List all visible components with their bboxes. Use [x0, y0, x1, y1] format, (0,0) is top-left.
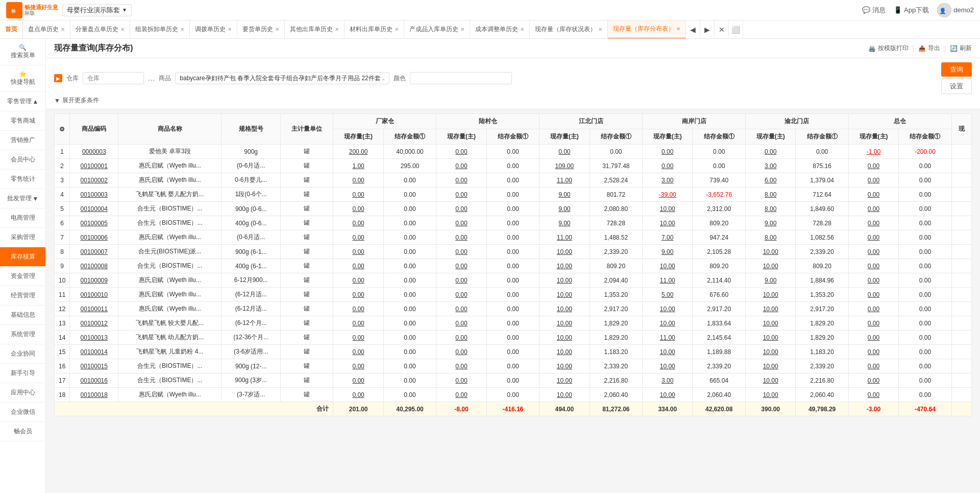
tab-close-dispatch[interactable]: ✕: [228, 27, 232, 32]
row-jiangbei-qty[interactable]: 10.00: [540, 288, 590, 302]
row-total-qty[interactable]: 0.00: [848, 359, 898, 373]
row-nanan-qty[interactable]: 3.00: [643, 173, 693, 187]
row-code[interactable]: 0000003: [70, 145, 118, 159]
tab-next-btn[interactable]: ▶: [700, 20, 715, 39]
row-nanan-qty[interactable]: -39.00: [643, 187, 693, 202]
row-nanan-qty[interactable]: 9.00: [643, 245, 693, 259]
row-nanan-qty[interactable]: 10.00: [643, 388, 693, 402]
row-total-qty[interactable]: 0.00: [848, 273, 898, 288]
row-jiangbei-qty[interactable]: 10.00: [540, 316, 590, 331]
row-jiangbei-qty[interactable]: 11.00: [540, 230, 590, 245]
sidebar-item-retail-stats[interactable]: 零售统计: [0, 170, 45, 189]
sidebar-item-nav[interactable]: ⭐ 快捷导航: [0, 65, 45, 92]
refresh-button[interactable]: 🔄 刷新: [950, 44, 972, 53]
row-yubei-qty[interactable]: 3.00: [746, 159, 796, 173]
expand-icon[interactable]: ▶: [54, 74, 62, 82]
row-code[interactable]: 00100007: [70, 245, 118, 259]
row-total-qty[interactable]: 0.00: [848, 345, 898, 359]
row-yubei-qty[interactable]: 0.00: [746, 145, 796, 159]
tab-cost-adjust[interactable]: 成本调整单历史 ✕: [470, 20, 530, 39]
row-chang-qty[interactable]: 0.00: [333, 273, 383, 288]
row-lu-qty[interactable]: 0.00: [436, 202, 486, 216]
sidebar-item-system[interactable]: 系统管理: [0, 325, 45, 344]
sidebar-item-purchase[interactable]: 采购管理: [0, 228, 45, 247]
row-jiangbei-qty[interactable]: 10.00: [540, 331, 590, 345]
row-chang-qty[interactable]: 0.00: [333, 245, 383, 259]
tab-close-all-btn[interactable]: ✕: [715, 20, 729, 39]
row-code[interactable]: 00100003: [70, 187, 118, 202]
row-lu-qty[interactable]: 0.00: [436, 216, 486, 230]
sidebar-item-retail-shop[interactable]: 零售商城: [0, 111, 45, 131]
row-total-qty[interactable]: 0.00: [848, 202, 898, 216]
row-total-qty[interactable]: 0.00: [848, 230, 898, 245]
row-chang-qty[interactable]: 0.00: [333, 288, 383, 302]
row-jiangbei-qty[interactable]: 10.00: [540, 345, 590, 359]
export-button[interactable]: 📤 导出: [918, 44, 940, 53]
warehouse-input[interactable]: [83, 72, 144, 84]
sidebar-item-operations[interactable]: 经营管理: [0, 286, 45, 306]
row-code[interactable]: 00100001: [70, 159, 118, 173]
tab-close-stock-single[interactable]: ✕: [61, 27, 65, 32]
row-chang-qty[interactable]: 200.00: [333, 145, 383, 159]
row-nanan-qty[interactable]: 0.00: [643, 159, 693, 173]
row-total-qty[interactable]: 0.00: [848, 302, 898, 316]
row-yubei-qty[interactable]: 10.00: [746, 245, 796, 259]
row-yubei-qty[interactable]: 9.00: [746, 273, 796, 288]
row-nanan-qty[interactable]: 11.00: [643, 331, 693, 345]
sidebar-item-guide[interactable]: 新手引导: [0, 364, 45, 383]
sidebar-item-inventory[interactable]: 库存核算: [0, 247, 45, 267]
row-total-qty[interactable]: 0.00: [848, 173, 898, 187]
row-yubei-qty[interactable]: 10.00: [746, 259, 796, 273]
tab-close-kit[interactable]: ✕: [180, 27, 184, 32]
row-nanan-qty[interactable]: 10.00: [643, 359, 693, 373]
tab-stock-status[interactable]: 现存量（库存状况表） ✕: [530, 20, 608, 39]
tab-close-stock-sub[interactable]: ✕: [120, 27, 125, 32]
tab-other-out[interactable]: 其他出库单历史 ✕: [285, 20, 345, 39]
row-chang-qty[interactable]: 0.00: [333, 216, 383, 230]
sidebar-item-marketing[interactable]: 营销推广: [0, 131, 45, 150]
sidebar-item-member[interactable]: 会员中心: [0, 150, 45, 170]
row-code[interactable]: 00100013: [70, 331, 118, 345]
row-jiangbei-qty[interactable]: 10.00: [540, 302, 590, 316]
tab-stock-sub[interactable]: 分量盘点单历史 ✕: [70, 20, 130, 39]
tab-home[interactable]: 首页: [0, 20, 23, 39]
tab-expand-btn[interactable]: ⬜: [729, 20, 743, 39]
row-yubei-qty[interactable]: 10.00: [746, 345, 796, 359]
row-yubei-qty[interactable]: 10.00: [746, 331, 796, 345]
sidebar-item-basic-info[interactable]: 基础信息: [0, 306, 45, 325]
row-jiangbei-qty[interactable]: 10.00: [540, 259, 590, 273]
row-yubei-qty[interactable]: 8.00: [746, 230, 796, 245]
row-total-qty[interactable]: 0.00: [848, 331, 898, 345]
row-nanan-qty[interactable]: 0.00: [643, 145, 693, 159]
row-total-qty[interactable]: 0.00: [848, 245, 898, 259]
row-total-qty[interactable]: 0.00: [848, 216, 898, 230]
row-chang-qty[interactable]: 0.00: [333, 316, 383, 331]
row-yubei-qty[interactable]: 8.00: [746, 202, 796, 216]
sidebar-item-member2[interactable]: 畅会员: [0, 422, 45, 441]
row-total-qty[interactable]: 0.00: [848, 373, 898, 388]
row-chang-qty[interactable]: 0.00: [333, 302, 383, 316]
row-lu-qty[interactable]: 0.00: [436, 302, 486, 316]
tab-material-out[interactable]: 材料出库单历史 ✕: [345, 20, 404, 39]
expand-conditions[interactable]: ▼ 展开更多条件: [54, 96, 972, 105]
row-jiangbei-qty[interactable]: 9.00: [540, 216, 590, 230]
row-jiangbei-qty[interactable]: 10.00: [540, 245, 590, 259]
tab-close-cost-adjust[interactable]: ✕: [520, 27, 524, 32]
row-code[interactable]: 00100016: [70, 373, 118, 388]
row-total-qty[interactable]: 0.00: [848, 187, 898, 202]
row-lu-qty[interactable]: 0.00: [436, 316, 486, 331]
row-lu-qty[interactable]: 0.00: [436, 159, 486, 173]
tab-close-request[interactable]: ✕: [275, 27, 279, 32]
row-nanan-qty[interactable]: 7.00: [643, 230, 693, 245]
row-code[interactable]: 00100018: [70, 388, 118, 402]
messages-button[interactable]: 💬 消息: [862, 6, 886, 15]
row-yubei-qty[interactable]: 9.00: [746, 216, 796, 230]
row-lu-qty[interactable]: 0.00: [436, 388, 486, 402]
sidebar-item-app-center[interactable]: 应用中心: [0, 383, 45, 403]
row-nanan-qty[interactable]: 10.00: [643, 316, 693, 331]
row-lu-qty[interactable]: 0.00: [436, 373, 486, 388]
row-yubei-qty[interactable]: 10.00: [746, 373, 796, 388]
industry-dropdown[interactable]: 母婴行业演示陈套 ▼: [62, 4, 132, 16]
row-chang-qty[interactable]: 0.00: [333, 202, 383, 216]
sidebar-item-retail-mgmt[interactable]: 零售管理 ▲: [0, 92, 45, 111]
